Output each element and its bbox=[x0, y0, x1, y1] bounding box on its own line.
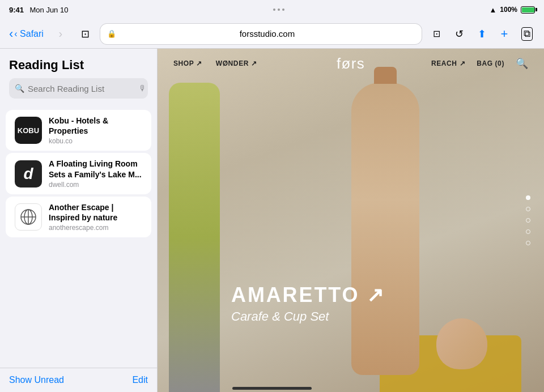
dot1 bbox=[273, 8, 275, 11]
lock-icon: 🔒 bbox=[107, 29, 116, 38]
slide-indicators bbox=[526, 195, 530, 245]
nav-reach-link[interactable]: REACH ↗ bbox=[431, 59, 465, 67]
item-url: dwell.com bbox=[49, 181, 142, 189]
item-favicon: d bbox=[15, 160, 42, 188]
nav-bag-link[interactable]: BAG (0) bbox=[477, 59, 504, 67]
reload-icon: ↺ bbox=[455, 28, 464, 40]
tabs-icon: ⧉ bbox=[521, 27, 533, 41]
back-chevron-icon: ‹ bbox=[9, 27, 13, 41]
item-info: Kobu - Hotels & Properties kobu.co bbox=[49, 116, 142, 145]
nav-left: SHOP ↗ WØNDER ↗ bbox=[173, 59, 257, 67]
tabs-button[interactable]: ⧉ bbox=[517, 24, 537, 44]
battery-percentage: 100% bbox=[500, 6, 517, 14]
item-favicon: KOBU bbox=[15, 117, 42, 144]
status-time-date: 9:41 Mon Jun 10 bbox=[9, 5, 68, 15]
add-icon: + bbox=[501, 27, 508, 41]
battery-fill bbox=[522, 7, 534, 12]
indicator-1[interactable] bbox=[526, 195, 530, 200]
web-content-area: SHOP ↗ WØNDER ↗ førs REACH ↗ BAG (0) 🔍 A… bbox=[158, 49, 544, 392]
product-cup-image bbox=[436, 318, 487, 369]
dot2 bbox=[278, 8, 280, 11]
status-time: 9:41 bbox=[9, 6, 24, 14]
cast-button[interactable]: ⊡ bbox=[426, 24, 447, 44]
indicator-3[interactable] bbox=[526, 218, 530, 223]
website-logo: førs bbox=[337, 55, 365, 73]
browser-toolbar: ‹ ‹ Safari › ⊡ 🔒 forsstudio.com ⊡ ↺ ⬆ + bbox=[0, 19, 544, 49]
forward-chevron-icon: › bbox=[59, 27, 63, 40]
website-search-icon[interactable]: 🔍 bbox=[516, 57, 528, 70]
reading-list-items: KOBU Kobu - Hotels & Properties kobu.co … bbox=[0, 103, 157, 368]
search-bar[interactable]: 🔍 🎙 bbox=[9, 78, 148, 99]
reload-button[interactable]: ↺ bbox=[449, 24, 469, 44]
sidebar-header: Reading List 🔍 🎙 bbox=[0, 49, 157, 103]
product-bottle-image bbox=[351, 83, 419, 375]
item-title: Kobu - Hotels & Properties bbox=[49, 116, 142, 136]
search-icon: 🔍 bbox=[15, 84, 24, 93]
reader-view-button[interactable]: ⊡ bbox=[75, 24, 96, 44]
item-info: A Floating Living Room Sets a Family's L… bbox=[49, 159, 142, 188]
item-url: anotherescape.com bbox=[49, 224, 142, 232]
item-url: kobu.co bbox=[49, 137, 142, 145]
url-text: forsstudio.com bbox=[120, 29, 415, 39]
reader-view-icon: ⊡ bbox=[81, 28, 90, 40]
status-right: ▲ 100% bbox=[489, 6, 535, 14]
hero-title: AMARETTO ↗ bbox=[231, 283, 385, 307]
back-button[interactable]: ‹ ‹ Safari bbox=[7, 24, 46, 44]
add-bookmark-button[interactable]: + bbox=[494, 24, 515, 44]
sidebar-title: Reading List bbox=[9, 58, 148, 73]
indicator-5[interactable] bbox=[526, 241, 530, 245]
item-title: A Floating Living Room Sets a Family's L… bbox=[49, 159, 142, 179]
list-item[interactable]: Another Escape | Inspired by nature anot… bbox=[6, 197, 151, 237]
cast-icon: ⊡ bbox=[433, 28, 440, 39]
list-item[interactable]: KOBU Kobu - Hotels & Properties kobu.co bbox=[6, 110, 151, 151]
battery-icon bbox=[521, 6, 535, 14]
edit-button[interactable]: Edit bbox=[132, 375, 148, 385]
wifi-icon: ▲ bbox=[489, 6, 496, 14]
reading-list-sidebar: Reading List 🔍 🎙 KOBU Kobu - Hotels & Pr… bbox=[0, 49, 158, 392]
dot3 bbox=[282, 8, 284, 11]
indicator-4[interactable] bbox=[526, 229, 530, 234]
content-area: Reading List 🔍 🎙 KOBU Kobu - Hotels & Pr… bbox=[0, 49, 544, 392]
share-button[interactable]: ⬆ bbox=[471, 24, 492, 44]
nav-shop-link[interactable]: SHOP ↗ bbox=[173, 59, 202, 67]
microphone-icon[interactable]: 🎙 bbox=[139, 84, 147, 93]
nav-wonder-link[interactable]: WØNDER ↗ bbox=[216, 59, 257, 67]
status-date: Mon Jun 10 bbox=[29, 6, 68, 14]
favicon-text: d bbox=[23, 165, 33, 183]
home-indicator bbox=[232, 387, 312, 390]
indicator-2[interactable] bbox=[526, 207, 530, 211]
status-bar: 9:41 Mon Jun 10 ▲ 100% bbox=[0, 0, 544, 19]
item-favicon bbox=[15, 203, 42, 231]
search-input[interactable] bbox=[28, 84, 135, 93]
hero-text: AMARETTO ↗ Carafe & Cup Set bbox=[231, 283, 385, 324]
back-label: ‹ Safari bbox=[14, 29, 44, 39]
favicon-text: KOBU bbox=[18, 126, 39, 135]
hero-subtitle: Carafe & Cup Set bbox=[231, 309, 385, 324]
toolbar-right-buttons: ⊡ ↺ ⬆ + ⧉ bbox=[426, 24, 537, 44]
escape-logo-icon bbox=[19, 208, 37, 226]
share-icon: ⬆ bbox=[478, 28, 486, 40]
website-navigation: SHOP ↗ WØNDER ↗ førs REACH ↗ BAG (0) 🔍 bbox=[158, 49, 544, 78]
sidebar-footer: Show Unread Edit bbox=[0, 368, 157, 392]
item-info: Another Escape | Inspired by nature anot… bbox=[49, 202, 142, 232]
olive-bottle-image bbox=[169, 83, 220, 392]
status-center-dots bbox=[273, 8, 284, 11]
forward-button[interactable]: › bbox=[50, 24, 71, 44]
list-item[interactable]: d A Floating Living Room Sets a Family's… bbox=[6, 153, 151, 194]
main-layout: ‹ ‹ Safari › ⊡ 🔒 forsstudio.com ⊡ ↺ ⬆ + bbox=[0, 19, 544, 392]
url-bar[interactable]: 🔒 forsstudio.com bbox=[100, 24, 422, 44]
show-unread-button[interactable]: Show Unread bbox=[9, 375, 64, 385]
nav-right: REACH ↗ BAG (0) 🔍 bbox=[431, 57, 528, 70]
item-title: Another Escape | Inspired by nature bbox=[49, 202, 142, 223]
